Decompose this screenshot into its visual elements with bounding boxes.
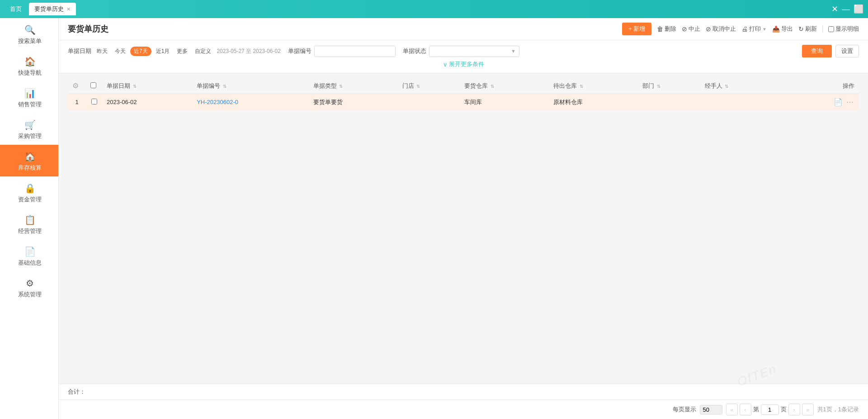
system-icon: ⚙ <box>26 278 34 289</box>
col-operation: 操作 <box>776 78 859 94</box>
date-btn-last7days[interactable]: 近7天 <box>130 47 151 56</box>
expand-area: ∨ 展开更多条件 <box>68 57 859 68</box>
page-label: 第 <box>753 405 759 414</box>
total-info: 共1页，1条记录 <box>817 405 859 414</box>
col-doc-no: 单据编号 ⇅ <box>192 78 308 94</box>
date-filter-group: 单据日期 昨天 今天 近7天 近1月 更多 自定义 2023-05-27 至 2… <box>68 47 281 56</box>
sidebar-item-search-menu[interactable]: 🔍 搜索菜单 <box>0 18 58 50</box>
sidebar-item-system-mgmt[interactable]: ⚙ 系统管理 <box>0 271 58 303</box>
sidebar-item-finance-mgmt[interactable]: 🔒 资金管理 <box>0 176 58 208</box>
window-max-icon[interactable]: ⬜ <box>854 4 863 14</box>
col-department-sort-icon[interactable]: ⇅ <box>657 84 660 89</box>
date-range-buttons: 昨天 今天 近7天 近1月 更多 自定义 <box>94 47 214 56</box>
sidebar-item-inventory[interactable]: 🏠 库存核算 <box>0 145 58 176</box>
row-more-icon[interactable]: ⋯ <box>846 98 854 106</box>
date-btn-more[interactable]: 更多 <box>174 47 190 56</box>
export-icon: 📤 <box>772 25 780 33</box>
col-handler-sort-icon[interactable]: ⇅ <box>725 84 728 89</box>
cancel-suspend-label: 取消中止 <box>712 25 736 33</box>
toolbar: + 新增 🗑 删除 ⊘ 中止 ⊘ 取消中止 🖨 打印 ▼ <box>622 23 859 35</box>
row-view-icon[interactable]: 📄 <box>834 98 843 106</box>
col-pending-warehouse: 待出仓库 ⇅ <box>549 78 638 94</box>
sidebar-item-purchase-mgmt[interactable]: 🛒 采购管理 <box>0 113 58 145</box>
page-navigation: « ‹ 第 页 › » <box>726 404 814 415</box>
operations-icon: 📋 <box>24 214 36 225</box>
filter-row: 单据日期 昨天 今天 近7天 近1月 更多 自定义 2023-05-27 至 2… <box>68 45 859 57</box>
col-pending-warehouse-label: 待出仓库 <box>553 82 577 89</box>
row-doc-no-link[interactable]: YH-20230602-0 <box>197 99 238 105</box>
first-page-button[interactable]: « <box>726 404 738 415</box>
doc-no-label: 单据编号 <box>288 47 311 55</box>
doc-no-input[interactable] <box>314 46 396 57</box>
row-doc-date: 2023-06-02 <box>102 94 192 110</box>
date-btn-yesterday[interactable]: 昨天 <box>94 47 110 56</box>
show-detail-label: 显示明细 <box>835 25 859 33</box>
new-button[interactable]: + 新增 <box>622 23 651 35</box>
tab-requisition-history[interactable]: 要货单历史 ✕ <box>29 3 76 15</box>
col-doc-date-sort-icon[interactable]: ⇅ <box>133 84 137 89</box>
col-store: 门店 ⇅ <box>398 78 460 94</box>
print-button[interactable]: 🖨 打印 ▼ <box>741 25 767 33</box>
page-input[interactable] <box>761 405 779 415</box>
row-doc-no: YH-20230602-0 <box>192 94 308 110</box>
window-close-icon[interactable]: ✕ <box>831 4 838 14</box>
col-settings: ⚙ <box>68 78 86 94</box>
print-arrow-icon: ▼ <box>762 27 767 32</box>
row-department <box>638 94 700 110</box>
date-btn-today[interactable]: 今天 <box>112 47 128 56</box>
last-page-button[interactable]: » <box>802 404 814 415</box>
settings-label: 设置 <box>841 47 853 55</box>
date-btn-last1month[interactable]: 近1月 <box>153 47 173 56</box>
table-settings-icon[interactable]: ⚙ <box>72 82 79 90</box>
col-doc-date-label: 单据日期 <box>107 82 130 89</box>
show-detail-toggle[interactable]: 显示明细 <box>828 25 859 33</box>
suspend-button[interactable]: ⊘ 中止 <box>682 25 700 33</box>
suspend-label: 中止 <box>689 25 700 33</box>
print-label: 打印 <box>749 25 761 33</box>
suspend-icon: ⊘ <box>682 25 687 33</box>
tab-close-icon[interactable]: ✕ <box>66 6 71 12</box>
col-store-sort-icon[interactable]: ⇅ <box>416 84 420 89</box>
col-req-warehouse-sort-icon[interactable]: ⇅ <box>491 84 494 89</box>
search-menu-icon: 🔍 <box>24 24 36 35</box>
next-page-button[interactable]: › <box>788 404 800 415</box>
sidebar-item-quick-nav[interactable]: 🏠 快捷导航 <box>0 50 58 81</box>
row-checkbox[interactable] <box>91 99 97 105</box>
table-row: 1 2023-06-02 YH-20230602-0 要货单要货 车间库 原材料… <box>68 94 859 110</box>
status-select[interactable] <box>429 46 519 57</box>
export-button[interactable]: 📤 导出 <box>772 25 793 33</box>
show-detail-checkbox[interactable] <box>828 26 834 32</box>
tab-home[interactable]: 首页 <box>5 3 27 15</box>
settings-button[interactable]: 设置 <box>835 45 859 57</box>
query-button[interactable]: 查询 <box>802 45 832 57</box>
col-pending-warehouse-sort-icon[interactable]: ⇅ <box>580 84 583 89</box>
per-page-select[interactable]: 50 10 20 100 <box>700 405 722 414</box>
select-all-checkbox[interactable] <box>90 82 96 88</box>
doc-no-filter-group: 单据编号 <box>288 46 396 57</box>
filter-bar: 单据日期 昨天 今天 近7天 近1月 更多 自定义 2023-05-27 至 2… <box>59 40 868 73</box>
prev-page-button[interactable]: ‹ <box>740 404 751 415</box>
status-filter-group: 单据状态 ▼ <box>403 46 519 57</box>
sidebar-item-basic-info[interactable]: 📄 基础信息 <box>0 240 58 271</box>
page-header: 要货单历史 + 新增 🗑 删除 ⊘ 中止 ⊘ 取消中止 🖨 <box>59 18 868 40</box>
col-doc-no-sort-icon[interactable]: ⇅ <box>223 84 226 89</box>
row-checkbox-cell <box>86 94 102 110</box>
main-layout: 🔍 搜索菜单 🏠 快捷导航 📊 销售管理 🛒 采购管理 🏠 库存核算 🔒 资金管… <box>0 18 868 419</box>
status-label: 单据状态 <box>403 47 426 55</box>
sidebar-item-sales-mgmt[interactable]: 📊 销售管理 <box>0 81 58 113</box>
delete-button[interactable]: 🗑 删除 <box>657 25 676 33</box>
page-suffix: 页 <box>781 405 787 414</box>
col-department: 部门 ⇅ <box>638 78 700 94</box>
row-doc-type: 要货单要货 <box>309 94 398 110</box>
cancel-suspend-button[interactable]: ⊘ 取消中止 <box>706 25 736 33</box>
window-min-icon[interactable]: — <box>842 5 850 14</box>
expand-button[interactable]: ∨ 展开更多条件 <box>443 57 484 68</box>
data-table: ⚙ 单据日期 ⇅ 单据编号 ⇅ <box>68 78 859 110</box>
footer-summary: 合计： <box>59 384 868 400</box>
refresh-button[interactable]: ↻ 刷新 <box>798 25 817 33</box>
col-doc-type-sort-icon[interactable]: ⇅ <box>339 84 343 89</box>
delete-icon: 🗑 <box>657 25 663 33</box>
date-btn-custom[interactable]: 自定义 <box>192 47 214 56</box>
col-doc-no-label: 单据编号 <box>197 82 220 89</box>
sidebar-item-operations-mgmt[interactable]: 📋 经营管理 <box>0 208 58 240</box>
